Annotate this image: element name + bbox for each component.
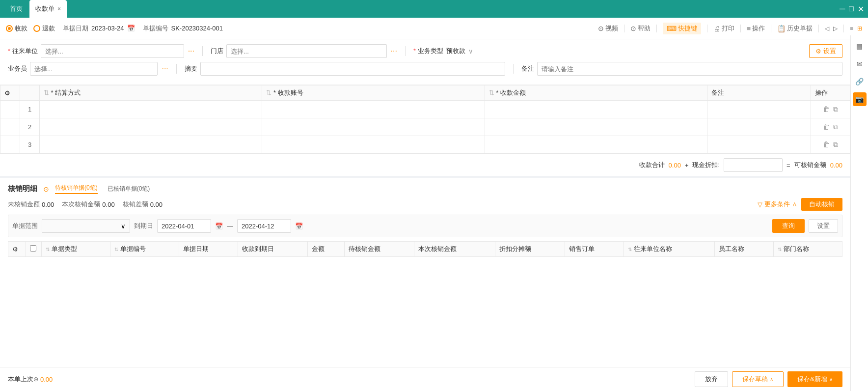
- row-amount-3[interactable]: [485, 136, 707, 154]
- sidebar-link-icon[interactable]: 🔗: [853, 75, 867, 88]
- vcol-current: 本次核销金额: [414, 242, 495, 257]
- stat-diff: 核销差额 0.00: [123, 200, 163, 209]
- date-field: 单据日期 2023-03-24 📅: [63, 24, 135, 33]
- prev-label: 本单上次⊙: [8, 375, 38, 384]
- staff-input[interactable]: [30, 62, 158, 76]
- col-ops-header: 操作: [811, 85, 850, 101]
- verify-info-icon[interactable]: ⊙: [43, 185, 49, 193]
- tab-active[interactable]: 收款单 ×: [29, 0, 67, 18]
- print-btn[interactable]: 🖨 打印: [713, 24, 734, 33]
- row-settlement-2[interactable]: [40, 118, 262, 136]
- row-settlement-1[interactable]: [40, 101, 262, 118]
- date-start-input[interactable]: [157, 219, 211, 233]
- verify-settings-btn[interactable]: 设置: [809, 219, 838, 233]
- summary-input[interactable]: [200, 62, 506, 76]
- help-btn[interactable]: ⊙ 帮助: [630, 24, 651, 33]
- row-remark-2[interactable]: [707, 118, 811, 136]
- nav-prev-icon[interactable]: ◁: [825, 25, 829, 32]
- row-account-3[interactable]: [262, 136, 485, 154]
- row-settlement-3[interactable]: [40, 136, 262, 154]
- radio-receipt[interactable]: 收款: [6, 24, 27, 33]
- video-btn[interactable]: ⊙ 视频: [598, 24, 618, 33]
- row-remark-1[interactable]: [707, 101, 811, 118]
- row-copy-btn-1[interactable]: ⧉: [832, 104, 839, 114]
- row-copy-btn-3[interactable]: ⧉: [832, 140, 839, 150]
- discount-input[interactable]: [724, 158, 783, 172]
- tab-active-label: 收款单: [35, 4, 54, 13]
- layout-list-icon[interactable]: ≡: [850, 25, 853, 32]
- radio-receipt-label: 收款: [15, 24, 27, 33]
- ops-btn[interactable]: ≡ 操作: [747, 24, 765, 33]
- row-delete-btn-2[interactable]: 🗑: [822, 122, 831, 132]
- ops-icon: ≡: [747, 25, 751, 32]
- verify-tab-done[interactable]: 已核销单据(0笔): [108, 185, 150, 193]
- calendar-icon-start[interactable]: 📅: [215, 223, 223, 230]
- counterparty-input[interactable]: [41, 44, 184, 58]
- sidebar-email-icon[interactable]: ✉: [853, 57, 867, 71]
- nav-next-icon[interactable]: ▷: [833, 25, 838, 32]
- calendar-icon-end[interactable]: 📅: [295, 223, 303, 230]
- number-value: SK-20230324-001: [171, 25, 223, 32]
- vcol-amount: 金额: [308, 242, 345, 257]
- remark-input[interactable]: [537, 62, 842, 76]
- auto-verify-btn[interactable]: 自动核销: [801, 198, 842, 211]
- store-field: 门店 ···: [211, 44, 397, 58]
- vcol-checkbox[interactable]: [26, 242, 42, 257]
- verify-section: 核销明细 ⊙ 待核销单据(0笔) 已核销单据(0笔) 未核销金额 0.00 本次…: [0, 176, 850, 367]
- radio-refund[interactable]: 退款: [33, 24, 55, 33]
- row-remark-3[interactable]: [707, 136, 811, 154]
- store-input[interactable]: [226, 44, 387, 58]
- history-btn[interactable]: 📋 历史单据: [777, 24, 813, 33]
- range-select[interactable]: ∨: [42, 219, 130, 233]
- toolbar-right: ⊙ 视频 ⊙ 帮助 ⌨ 快捷键 🖨 打印 ≡ 操作: [598, 23, 862, 34]
- sidebar-table-icon[interactable]: ▤: [853, 39, 867, 53]
- business-type-arrow[interactable]: ∨: [468, 48, 473, 55]
- radio-refund-label: 退款: [42, 24, 55, 33]
- col-account-header: ⇅ * 收款账号: [262, 85, 485, 101]
- row-delete-btn-3[interactable]: 🗑: [822, 140, 831, 149]
- verify-tab-pending[interactable]: 待核销单据(0笔): [55, 184, 98, 194]
- layout-grid-icon[interactable]: ⊞: [857, 25, 862, 32]
- more-conditions-btn[interactable]: ▽ 更多条件 ∧: [758, 200, 797, 209]
- tab-close-icon[interactable]: ×: [57, 5, 61, 12]
- counterparty-more-btn[interactable]: ···: [188, 47, 194, 56]
- row-ops-2: 🗑 ⧉: [811, 118, 850, 136]
- business-type-field: 业务类型 预收款 ∨: [413, 47, 801, 56]
- discard-button[interactable]: 放弃: [695, 371, 728, 387]
- row-copy-btn-2[interactable]: ⧉: [832, 122, 839, 132]
- stat-unverified: 未核销金额 0.00: [8, 200, 54, 209]
- select-all-checkbox[interactable]: [30, 245, 36, 251]
- row-account-1[interactable]: [262, 101, 485, 118]
- row-account-2[interactable]: [262, 118, 485, 136]
- save-new-button[interactable]: 保存&新增 ∧: [787, 371, 842, 387]
- vcol-settings[interactable]: ⚙: [8, 242, 26, 257]
- save-draft-button[interactable]: 保存草稿 ∧: [732, 371, 784, 387]
- row-delete-btn-1[interactable]: 🗑: [822, 104, 831, 114]
- number-field: 单据编号 SK-20230324-001: [143, 24, 223, 33]
- store-more-btn[interactable]: ···: [391, 47, 397, 56]
- row-amount-2[interactable]: [485, 118, 707, 136]
- window-minimize-icon[interactable]: ─: [840, 4, 845, 13]
- query-btn[interactable]: 查询: [772, 219, 805, 233]
- tab-home[interactable]: 首页: [4, 0, 28, 18]
- date-end-input[interactable]: [237, 219, 291, 233]
- print-icon: 🖨: [713, 25, 720, 32]
- window-maximize-icon[interactable]: □: [849, 4, 854, 13]
- col-settings-header[interactable]: ⚙: [0, 85, 20, 101]
- window-close-icon[interactable]: ✕: [858, 4, 864, 14]
- shortcut-btn[interactable]: ⌨ 快捷键: [663, 23, 701, 34]
- vcol-doc-type: ⇅ 单据类型: [42, 242, 110, 257]
- row-amount-1[interactable]: [485, 101, 707, 118]
- settings-button[interactable]: ⚙ 设置: [809, 44, 842, 58]
- calendar-icon[interactable]: 📅: [127, 25, 135, 32]
- verify-table-container: ⚙ ⇅ 单据类型 ⇅ 单据编号 单据日期 收款到期日 金额 待核销金额 本次核销…: [8, 241, 842, 361]
- col-remark-header: 备注: [707, 85, 811, 101]
- more-conditions-label: 更多条件 ∧: [764, 200, 797, 209]
- stat-current: 本次核销金额 0.00: [62, 200, 114, 209]
- row-ops-3: 🗑 ⧉: [811, 136, 850, 154]
- save-new-label: 保存&新增: [797, 375, 827, 384]
- sidebar-camera-icon[interactable]: 📷: [853, 92, 867, 106]
- receipt-table: ⚙ ⇅ * 结算方式 ⇅ * 收款账号 ⇅ * 收款金额 备注 操作: [0, 85, 850, 154]
- table-row: 3 🗑 ⧉: [0, 136, 850, 154]
- staff-more-btn[interactable]: ···: [162, 64, 168, 73]
